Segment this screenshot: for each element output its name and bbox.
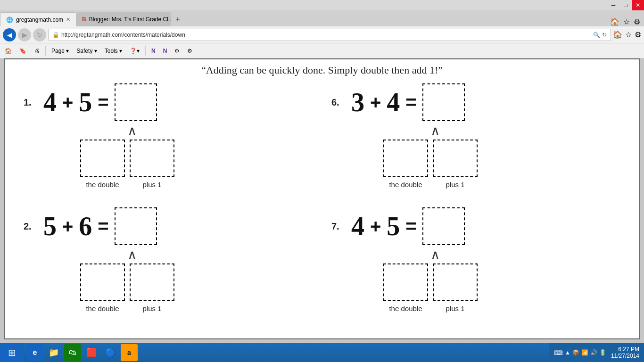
content-area: “Adding can be quickly done. Simply doub… (4, 58, 640, 339)
separator-2 (145, 46, 146, 56)
problem-6-number: 6. (331, 97, 346, 108)
problem-7-eq: = (405, 216, 416, 237)
dropbox-icon: 📦 (572, 349, 579, 356)
problem-1-double-box[interactable] (80, 140, 125, 177)
home-icon[interactable]: 🏠 (610, 17, 619, 26)
address-text: http://gregtangmath.com/contents/materia… (61, 32, 591, 38)
problem-1-equation-row: 1. 4 + 5 = (24, 83, 313, 121)
problem-6: 6. 3 + 4 = ∧ the double (331, 83, 620, 189)
problem-7-num1: 4 (351, 211, 364, 241)
home-toolbar-icon: 🏠 (5, 48, 12, 54)
toolbar-print[interactable]: 🖨 (32, 47, 41, 55)
keyboard-icon: ⌨ (554, 349, 563, 356)
problem-7-double-box[interactable] (383, 263, 428, 301)
problem-6-labels-row: the double plus 1 (383, 179, 620, 189)
help-label: ❓▾ (130, 48, 140, 54)
problem-6-double-box[interactable] (383, 140, 428, 177)
problem-1-decompose: ∧ the double plus 1 (80, 123, 313, 189)
explorer-icon[interactable]: 📁 (45, 344, 62, 361)
separator-1 (45, 46, 46, 56)
problem-7-labels-row: the double plus 1 (383, 303, 620, 313)
arrow-up-icon[interactable]: ▲ (565, 349, 570, 356)
problem-7-plus1-box[interactable] (433, 263, 478, 301)
lock-icon: 🔒 (52, 32, 59, 38)
problem-1-eq: = (98, 92, 108, 113)
toolbar-safety[interactable]: Safety ▾ (74, 47, 99, 55)
problems-grid: 1. 4 + 5 = ∧ (14, 83, 630, 322)
reload-button[interactable]: ↻ (33, 28, 46, 41)
home-nav-icon[interactable]: 🏠 (613, 30, 622, 39)
problem-1-plus1-box[interactable] (130, 140, 174, 177)
tab-blogger[interactable]: B Blogger: Mrs. T's First Grade Cl... (76, 12, 171, 26)
problem-6-plus1-box[interactable] (433, 140, 478, 177)
problem-1-answer-box[interactable] (115, 83, 157, 121)
problem-1: 1. 4 + 5 = ∧ (24, 83, 313, 189)
tab-close-icon[interactable]: ✕ (66, 16, 70, 23)
problem-2-plus1-box[interactable] (130, 263, 174, 301)
star-icon[interactable]: ☆ (623, 17, 630, 26)
bookmark-icon: 🔖 (19, 48, 26, 54)
minimize-button[interactable]: ─ (607, 0, 619, 10)
problem-6-equation-row: 6. 3 + 4 = (331, 83, 620, 121)
toolbar-addon2[interactable]: N (161, 47, 169, 55)
amazon-icon[interactable]: a (121, 344, 138, 361)
problem-1-op: + (62, 92, 73, 113)
toolbar-help[interactable]: ❓▾ (128, 47, 141, 55)
battery-icon: 🔋 (599, 349, 606, 356)
toolbar-bar: 🏠 🔖 🖨 Page ▾ Safety ▾ Tools ▾ ❓▾ N N ⚙ (0, 43, 644, 58)
problem-7-answer-box[interactable] (422, 207, 465, 245)
problem-1-num2: 5 (79, 87, 92, 117)
problem-2-double-box[interactable] (80, 263, 125, 301)
ie-icon[interactable]: e (26, 344, 43, 361)
toolbar-addon4[interactable]: ⚙ (185, 47, 194, 55)
toolbar-home[interactable]: 🏠 (3, 47, 14, 55)
tab-gregtangmath[interactable]: 🌐 gregtangmath.com ✕ (0, 12, 76, 26)
start-button[interactable]: ⊞ (0, 343, 24, 362)
problem-6-num1: 3 (351, 87, 364, 117)
problem-2-num2: 6 (79, 211, 92, 241)
problem-2-decompose: ∧ the double plus 1 (80, 247, 313, 313)
caret-symbol-1: ∧ (127, 123, 137, 139)
sys-tray-icons: ⌨ ▲ 📦 📶 🔊 🔋 (554, 349, 606, 356)
store-icon[interactable]: 🛍 (64, 344, 81, 361)
restore-button[interactable]: □ (619, 0, 632, 10)
problem-7-number: 7. (331, 221, 346, 232)
ms-icon[interactable]: 🟥 (83, 344, 100, 361)
problem-2-boxes-row (80, 263, 313, 301)
problem-1-num1: 4 (43, 87, 57, 117)
volume-icon: 🔊 (590, 349, 597, 356)
toolbar-addon3[interactable]: ⚙ (173, 47, 182, 55)
settings-icon[interactable]: ⚙ (634, 17, 640, 26)
address-bar[interactable]: 🔒 http://gregtangmath.com/contents/mater… (48, 29, 611, 41)
problem-1-number: 1. (24, 97, 38, 108)
problem-2-answer-box[interactable] (115, 207, 157, 245)
taskbar-right: ⌨ ▲ 📦 📶 🔊 🔋 6:27 PM 11/27/2014 (549, 343, 644, 362)
new-tab-button[interactable]: + (171, 12, 185, 26)
toolbar-tools[interactable]: Tools ▾ (103, 47, 124, 55)
problem-6-boxes-row (383, 140, 620, 177)
browser2-icon[interactable]: 🔵 (102, 344, 119, 361)
toolbar-page[interactable]: Page ▾ (50, 47, 71, 55)
gear-icon[interactable]: ⚙ (635, 30, 641, 39)
problem-1-plus1-label: plus 1 (130, 179, 174, 189)
caret-row-7: ∧ (383, 247, 482, 263)
problem-2-number: 2. (24, 221, 38, 232)
browser-right-controls: 🏠 ☆ ⚙ (610, 17, 644, 26)
tab-label: gregtangmath.com (16, 16, 63, 23)
problem-6-answer-box[interactable] (422, 83, 465, 121)
toolbar-bookmark[interactable]: 🔖 (17, 47, 28, 55)
problem-7-num2: 5 (387, 211, 400, 241)
problem-2-plus1-label: plus 1 (130, 303, 174, 313)
toolbar-addon1[interactable]: N (149, 47, 157, 55)
search-icon-addr: 🔍 (593, 32, 600, 38)
problem-6-plus1-label: plus 1 (433, 179, 478, 189)
caret-symbol-7: ∧ (430, 247, 440, 263)
problem-1-labels-row: the double plus 1 (80, 179, 313, 189)
back-button[interactable]: ◀ (3, 28, 16, 41)
forward-button[interactable]: ▶ (18, 28, 31, 41)
problem-6-op: + (370, 92, 381, 113)
close-button[interactable]: ✕ (632, 0, 644, 10)
fav-icon[interactable]: ☆ (625, 30, 632, 39)
problem-1-boxes-row (80, 140, 313, 177)
caret-row-2: ∧ (80, 247, 179, 263)
